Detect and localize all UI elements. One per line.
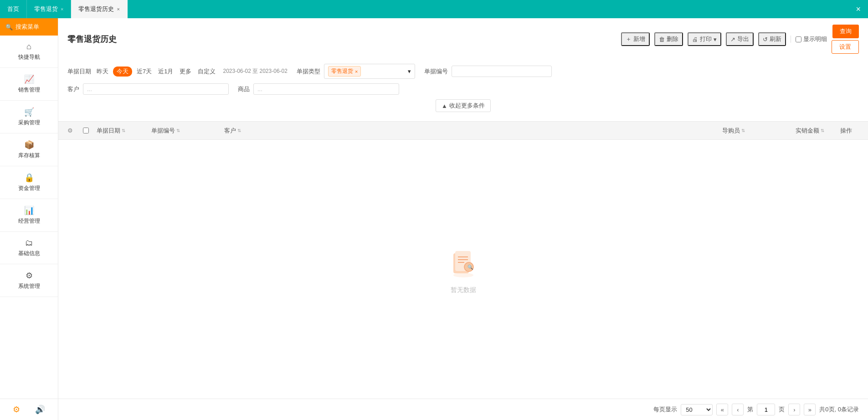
settings-bottom-icon[interactable]: ⚙	[13, 405, 20, 415]
bill-type-tag-close[interactable]: ×	[355, 69, 358, 74]
bill-no-input[interactable]	[452, 66, 552, 77]
collapse-icon: ▲	[442, 102, 447, 109]
empty-icon: 🔍	[445, 244, 482, 281]
date-range-display: 2023-06-02 至 2023-06-02	[223, 67, 287, 75]
page-label: 第	[747, 405, 753, 414]
new-button[interactable]: ＋ 新增	[621, 32, 650, 46]
bill-date-label: 单据日期	[67, 67, 91, 76]
sidebar-bottom: ⚙ 🔊	[0, 399, 58, 420]
topbar: + 新增 首页 零售退货 × 零售退货历史 × ×	[0, 0, 868, 18]
toolbar: ＋ 新增 🗑 删除 🖨 打印 ▾ ↗ 导出	[621, 25, 859, 54]
collapse-filter-button[interactable]: ▲ 收起更多条件	[436, 99, 491, 112]
tab-home[interactable]: + 新增 首页	[0, 0, 27, 18]
filter-customer: 客户 ...	[67, 83, 229, 95]
goods-select[interactable]: ...	[253, 83, 399, 95]
sort-icon-amount: ⇅	[821, 128, 824, 133]
col-amount[interactable]: 实销金额 ⇅	[773, 127, 828, 135]
empty-state: 🔍 暂无数据	[58, 140, 868, 399]
date-option-1month[interactable]: 近1月	[156, 67, 175, 77]
date-option-more[interactable]: 更多	[178, 67, 193, 77]
bill-no-label: 单据编号	[424, 67, 448, 76]
refresh-button[interactable]: ↺ 刷新	[758, 32, 786, 46]
filter-bill-date: 单据日期 昨天 今天 近7天 近1月 更多 自定义 2023-06-02 至 2…	[67, 67, 288, 77]
purchase-icon: 🛒	[24, 107, 34, 117]
sort-icon-guide: ⇅	[741, 128, 745, 133]
show-detail-checkbox[interactable]	[796, 36, 801, 42]
settings-button[interactable]: 设置	[832, 40, 859, 54]
filter-row-2: 客户 ... 商品 ...	[67, 83, 859, 95]
filter-row-1: 单据日期 昨天 今天 近7天 近1月 更多 自定义 2023-06-02 至 2…	[67, 64, 859, 79]
content-area: 零售退货历史 ＋ 新增 🗑 删除 🖨 打印 ▾	[58, 18, 868, 420]
home-icon: ⌂	[26, 42, 31, 51]
volume-icon[interactable]: 🔊	[35, 405, 45, 415]
inventory-icon: 📦	[24, 140, 34, 150]
filter-goods: 商品 ...	[238, 83, 399, 95]
page-title: 零售退货历史	[67, 34, 117, 45]
date-option-yesterday[interactable]: 昨天	[95, 67, 110, 77]
table-header: ⚙ 单据日期 ⇅ 单据编号 ⇅ 客户 ⇅ 导购员 ⇅	[58, 122, 868, 140]
page-next-button[interactable]: ›	[788, 404, 800, 415]
total-text: 共0页, 0条记录	[819, 405, 859, 414]
sidebar-search[interactable]: 🔍 搜索菜单	[0, 18, 58, 36]
sidebar-item-home[interactable]: ⌂ 快捷导航	[0, 36, 58, 68]
delete-button[interactable]: 🗑 删除	[654, 32, 683, 46]
pagination: 每页显示 50 10 20 100 « ‹ 第 页 › » 共0页, 0条记录	[58, 399, 868, 420]
sort-icon-customer: ⇅	[237, 128, 241, 133]
show-detail-checkbox-row[interactable]: 显示明细	[796, 35, 827, 43]
page-number-input[interactable]	[757, 404, 775, 415]
sort-icon-bill-no: ⇅	[176, 128, 180, 133]
tab-retail-return-history-close[interactable]: ×	[117, 6, 119, 12]
tab-retail-return[interactable]: 零售退货 ×	[27, 0, 71, 18]
sidebar-item-finance[interactable]: 🔒 资金管理	[0, 166, 58, 199]
customer-select[interactable]: ...	[83, 83, 229, 95]
col-guide[interactable]: 导购员 ⇅	[719, 127, 773, 135]
print-chevron-icon: ▾	[714, 36, 717, 43]
svg-text:🔍: 🔍	[467, 264, 473, 270]
system-icon: ⚙	[26, 271, 33, 281]
date-option-today[interactable]: 今天	[113, 67, 132, 77]
sales-icon: 📈	[24, 74, 34, 84]
page-first-button[interactable]: «	[716, 404, 728, 415]
bill-type-chevron-icon: ▾	[408, 68, 411, 75]
search-icon: 🔍	[5, 24, 13, 31]
per-page-label: 每页显示	[653, 405, 677, 414]
basics-icon: 🗂	[25, 238, 33, 248]
sidebar-item-inventory[interactable]: 📦 库存核算	[0, 133, 58, 166]
per-page-select[interactable]: 50 10 20 100	[681, 404, 713, 415]
bill-type-label: 单据类型	[297, 67, 320, 76]
date-option-custom[interactable]: 自定义	[196, 67, 217, 77]
sidebar-search-label: 搜索菜单	[15, 23, 39, 31]
table-settings-icon[interactable]: ⚙	[62, 127, 78, 134]
print-icon: 🖨	[692, 36, 698, 43]
col-bill-date[interactable]: 单据日期 ⇅	[93, 127, 148, 135]
sidebar-item-operations[interactable]: 📊 经营管理	[0, 199, 58, 232]
finance-icon: 🔒	[24, 173, 34, 183]
tab-retail-return-close[interactable]: ×	[61, 6, 63, 12]
page-prev-button[interactable]: ‹	[732, 404, 744, 415]
print-button[interactable]: 🖨 打印 ▾	[688, 32, 721, 46]
sort-icon-bill-date: ⇅	[122, 128, 125, 133]
topbar-tabs: + 新增 首页 零售退货 × 零售退货历史 ×	[0, 0, 848, 18]
window-close-button[interactable]: ×	[848, 5, 868, 14]
operations-icon: 📊	[24, 205, 34, 215]
col-customer[interactable]: 客户 ⇅	[221, 127, 719, 135]
sidebar-item-system[interactable]: ⚙ 系统管理	[0, 264, 58, 297]
table-select-all-checkbox[interactable]	[78, 128, 93, 133]
tab-retail-return-history[interactable]: 零售退货历史 ×	[71, 0, 127, 18]
filter-bill-type: 单据类型 零售退货 × ▾	[297, 64, 415, 79]
page-last-button[interactable]: »	[804, 404, 816, 415]
sidebar: 🔍 搜索菜单 ⌂ 快捷导航 📈 销售管理 🛒 采购管理 📦 库存核算 🔒 资金管…	[0, 18, 58, 420]
title-toolbar-row: 零售退货历史 ＋ 新增 🗑 删除 🖨 打印 ▾	[67, 25, 859, 54]
bill-type-select[interactable]: 零售退货 × ▾	[324, 64, 415, 79]
col-ops: 操作	[828, 127, 864, 135]
plus-icon: ＋	[626, 35, 632, 43]
sidebar-item-purchase[interactable]: 🛒 采购管理	[0, 101, 58, 133]
export-button[interactable]: ↗ 导出	[726, 32, 754, 46]
query-button[interactable]: 查询	[832, 25, 859, 38]
main-layout: 🔍 搜索菜单 ⌂ 快捷导航 📈 销售管理 🛒 采购管理 📦 库存核算 🔒 资金管…	[0, 18, 868, 420]
sidebar-item-basics[interactable]: 🗂 基础信息	[0, 232, 58, 264]
sidebar-item-sales[interactable]: 📈 销售管理	[0, 68, 58, 101]
col-bill-no[interactable]: 单据编号 ⇅	[148, 127, 221, 135]
date-option-7days[interactable]: 近7天	[135, 67, 154, 77]
export-icon: ↗	[730, 36, 735, 43]
